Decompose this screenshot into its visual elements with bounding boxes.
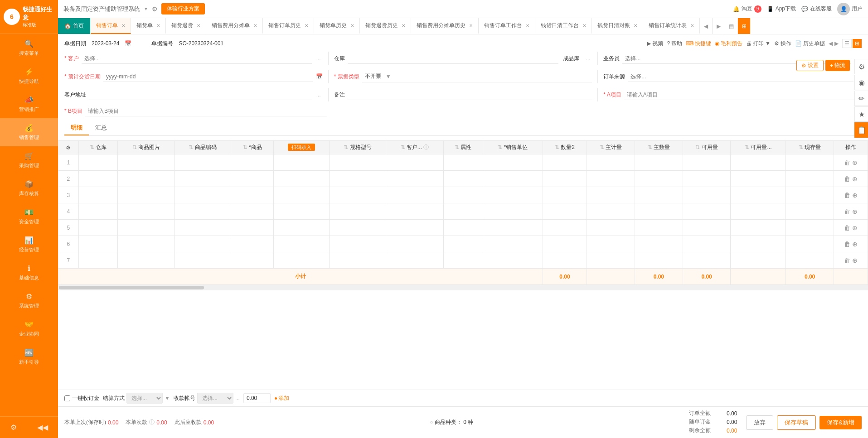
tab-close-sales-expense[interactable]: ✕	[253, 23, 257, 28]
row-unit-1[interactable]	[483, 154, 543, 171]
copy-row-4-btn[interactable]: ⊕	[852, 208, 858, 215]
row-qty2-1[interactable]	[543, 154, 587, 171]
list-view-btn[interactable]: ☰	[842, 39, 852, 48]
delivery-date-input[interactable]	[103, 72, 313, 82]
tab-prev-btn[interactable]: ◀	[700, 18, 713, 34]
order-source-input[interactable]	[628, 72, 853, 82]
tab-daily-reconcile[interactable]: 钱货日清对账 ✕	[592, 18, 643, 34]
tab-close-sales-order[interactable]: ✕	[121, 23, 125, 28]
tab-close-daily-reconcile[interactable]: ✕	[634, 23, 637, 28]
sidebar-item-management[interactable]: 📊 经营管理	[0, 231, 58, 259]
sort-icon[interactable]: ⇅	[401, 144, 405, 150]
user-menu-btn[interactable]: 👤 用户	[837, 3, 863, 15]
sidebar-settings-btn[interactable]: ⚙	[9, 421, 19, 433]
sort-icon[interactable]: ⇅	[648, 144, 652, 150]
b-project-input[interactable]	[85, 106, 327, 116]
row-main-qty-1[interactable]	[635, 154, 683, 171]
form-setup-btn[interactable]: ⚙ 设置	[796, 60, 824, 71]
operation-btn[interactable]: ⚙ 操作	[774, 40, 791, 48]
sort-icon[interactable]: ⇅	[189, 144, 193, 150]
settings-sidebar-btn-3[interactable]: ✏	[854, 91, 868, 106]
one-click-deposit-checkbox[interactable]: 一键收订金	[64, 395, 99, 402]
next-record-btn[interactable]: ▶	[834, 40, 839, 47]
row-code-1[interactable]	[175, 154, 231, 171]
save-new-btn[interactable]: 保存&新增	[820, 416, 862, 429]
payment-method-dropdown[interactable]: ▼	[165, 395, 170, 401]
history-btn[interactable]: 📄 历史单据	[795, 40, 825, 48]
sidebar-item-finance[interactable]: 💵 资金管理	[0, 202, 58, 231]
one-click-checkbox-input[interactable]	[64, 395, 70, 401]
row-warehouse-1[interactable]	[78, 154, 118, 171]
tab-close-sales-return[interactable]: ✕	[197, 23, 200, 28]
row-customer-code-1[interactable]	[386, 154, 443, 171]
column-settings-icon[interactable]: ⚙	[66, 144, 71, 151]
system-dropdown-btn[interactable]: ▼	[144, 6, 148, 11]
row-customer-code-2[interactable]	[386, 171, 443, 187]
sidebar-item-search[interactable]: 🔍 搜索菜单	[0, 34, 58, 62]
copy-row-5-btn[interactable]: ⊕	[852, 224, 858, 231]
tab-close-order-workbench[interactable]: ✕	[526, 23, 529, 28]
tab-home[interactable]: 🏠 首页	[58, 18, 91, 34]
delete-row-4-btn[interactable]: 🗑	[844, 208, 850, 215]
sidebar-item-system[interactable]: ⚙ 系统管理	[0, 287, 58, 315]
sidebar-item-cooperation[interactable]: 🤝 企业协同	[0, 315, 58, 343]
tab-order-workbench[interactable]: 销售订单工作台 ✕	[479, 18, 535, 34]
sort-icon[interactable]: ⇅	[600, 144, 604, 150]
sort-icon[interactable]: ⇅	[344, 144, 348, 150]
copy-row-7-btn[interactable]: ⊕	[852, 257, 858, 264]
tab-sales-expense[interactable]: 销售费用分摊单 ✕	[206, 18, 263, 34]
sort-icon[interactable]: ⇅	[90, 144, 94, 150]
sidebar-item-marketing[interactable]: 📣 营销推广	[0, 90, 58, 118]
row-product-2[interactable]	[231, 171, 274, 187]
th-settings[interactable]: ⚙	[58, 141, 79, 154]
copy-row-6-btn[interactable]: ⊕	[852, 241, 858, 248]
settings-sidebar-btn-4[interactable]: ★	[854, 106, 868, 122]
prev-record-btn[interactable]: ◀	[829, 40, 833, 47]
row-code-2[interactable]	[175, 171, 231, 187]
notification-btn[interactable]: 🔔 淘豆 9	[733, 5, 761, 13]
app-download-btn[interactable]: 📱 App下载	[767, 5, 796, 13]
tab-sales-invoice-history[interactable]: 销货单历史 ✕	[314, 18, 360, 34]
tab-sales-invoice[interactable]: 销货单 ✕	[131, 18, 166, 34]
sort-icon[interactable]: ⇅	[745, 144, 749, 150]
tab-sales-return-history[interactable]: 销货退货历史 ✕	[360, 18, 411, 34]
delete-row-5-btn[interactable]: 🗑	[844, 224, 850, 231]
sidebar-item-sales[interactable]: 💰 销售管理	[0, 118, 58, 146]
copy-row-1-btn[interactable]: ⊕	[852, 159, 858, 166]
customer-more-btn[interactable]: ...	[315, 54, 323, 63]
sort-icon[interactable]: ⇅	[555, 144, 559, 150]
industry-solution-btn[interactable]: 体验行业方案	[161, 3, 205, 14]
tab-sales-order[interactable]: 销售订单 ✕	[91, 18, 131, 34]
warehouse-input[interactable]	[348, 53, 559, 64]
address-more-btn[interactable]: ...	[315, 91, 323, 99]
payment-method-select[interactable]: 选择...	[126, 393, 163, 404]
remarks-input[interactable]	[348, 90, 592, 100]
sort-icon[interactable]: ⇅	[243, 144, 247, 150]
sort-icon[interactable]: ⇅	[498, 144, 502, 150]
sidebar-item-shortcut[interactable]: ⚡ 快捷导航	[0, 62, 58, 90]
row-spec-1[interactable]	[329, 154, 386, 171]
date-picker-icon[interactable]: 📅	[125, 40, 131, 47]
sort-icon[interactable]: ⇅	[132, 144, 137, 150]
tab-close-sales-invoice[interactable]: ✕	[156, 23, 160, 28]
tab-menu-btn[interactable]: ▤	[725, 18, 738, 34]
settings-sidebar-btn-2[interactable]: ◉	[854, 75, 868, 90]
settings-sidebar-btn-1[interactable]: ⚙	[854, 59, 868, 74]
delete-row-3-btn[interactable]: 🗑	[844, 192, 850, 199]
customer-input[interactable]	[82, 53, 312, 64]
sort-icon[interactable]: ⇅	[799, 144, 803, 150]
warehouse-more-btn[interactable]: ...	[584, 54, 592, 63]
online-service-btn[interactable]: 💬 在线客服	[801, 5, 832, 13]
discard-btn[interactable]: 放弃	[746, 415, 773, 430]
copy-row-2-btn[interactable]: ⊕	[852, 175, 858, 183]
tab-close-daily-workbench[interactable]: ✕	[582, 23, 586, 28]
account-more-btn[interactable]: ...	[235, 395, 240, 401]
sort-icon[interactable]: ⇅	[695, 144, 700, 150]
sidebar-item-inventory[interactable]: 📦 库存核算	[0, 174, 58, 202]
row-main-qty-2[interactable]	[635, 171, 683, 187]
tab-detail[interactable]: 明细	[64, 121, 89, 135]
tab-next-btn[interactable]: ▶	[713, 18, 725, 34]
sort-icon[interactable]: ⇅	[455, 144, 459, 150]
settings-sidebar-btn-5[interactable]: 📋	[854, 122, 868, 138]
delete-row-6-btn[interactable]: 🗑	[844, 241, 850, 248]
